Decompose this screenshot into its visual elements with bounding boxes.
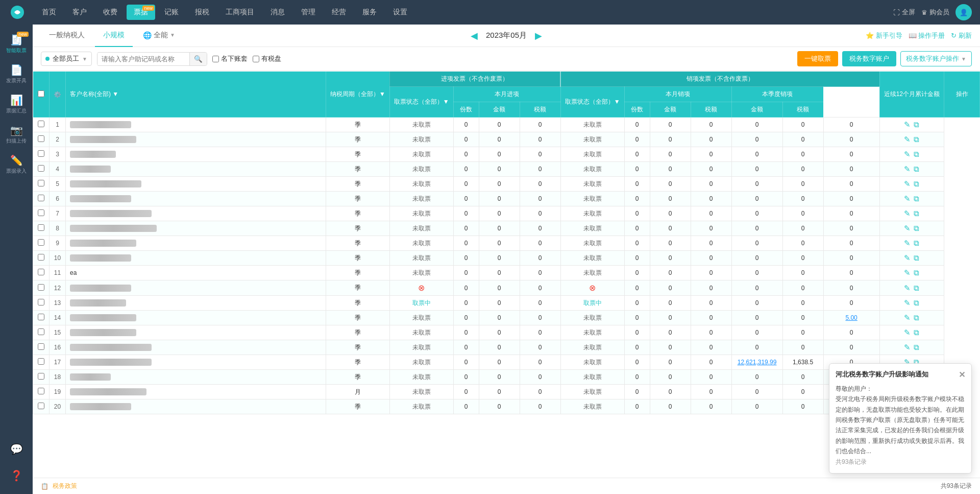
row-checkbox[interactable] [38,358,44,365]
prev-month-arrow[interactable]: ◀ [471,30,478,41]
edit-icon[interactable]: ✎ [904,298,911,308]
row-checkbox[interactable] [38,269,44,275]
manual-button[interactable]: 📖 操作手册 [909,31,945,40]
edit-icon[interactable]: ✎ [904,164,911,174]
sidebar-item-scan[interactable]: 📷 扫描上传 [2,120,31,148]
new-guide-button[interactable]: ⭐ 新手引导 [866,31,902,40]
row-checkbox[interactable] [38,150,44,157]
edit-icon[interactable]: ✎ [904,313,911,322]
staff-select-dropdown[interactable]: 全部员工 ▼ [41,52,92,66]
copy-icon[interactable]: ⧉ [914,179,919,189]
nav-operations[interactable]: 经营 [325,5,353,20]
copy-icon[interactable]: ⧉ [914,209,919,218]
row-checkbox[interactable] [38,314,44,320]
select-all-checkbox[interactable] [38,90,44,97]
row-checkbox[interactable] [38,121,44,127]
sub-account-checkbox-label[interactable]: 名下账套 [212,54,248,63]
edit-icon[interactable]: ✎ [904,209,911,218]
popup-close-button[interactable]: ✕ [959,370,965,380]
row-checkbox[interactable] [38,165,44,172]
row-checkbox[interactable] [38,239,44,246]
copy-icon[interactable]: ⧉ [914,135,919,144]
nav-fees[interactable]: 收费 [96,5,125,20]
nav-services[interactable]: 服务 [355,5,384,20]
edit-icon[interactable]: ✎ [904,253,911,263]
row-checkbox[interactable] [38,373,44,380]
sub-account-checkbox[interactable] [212,56,219,62]
row-checkbox[interactable] [38,403,44,409]
copy-icon[interactable]: ⧉ [914,298,919,308]
copy-icon[interactable]: ⧉ [914,328,919,337]
search-input[interactable] [97,53,189,65]
row-checkbox[interactable] [38,388,44,394]
search-button[interactable]: 🔍 [189,53,207,65]
copy-icon[interactable]: ⧉ [914,239,919,248]
th-out-amount: 金额 [650,102,691,117]
copy-icon[interactable]: ⧉ [914,284,919,293]
sidebar-chat[interactable]: 💬 [2,439,31,459]
fullscreen-button[interactable]: ⛶ 全屏 [893,8,915,17]
copy-icon[interactable]: ⧉ [914,268,919,277]
edit-icon[interactable]: ✎ [904,328,911,337]
copy-icon[interactable]: ⧉ [914,313,919,322]
edit-icon[interactable]: ✎ [904,120,911,129]
row-checkbox[interactable] [38,328,44,335]
nav-tickets[interactable]: 票据 new [127,5,155,20]
edit-icon[interactable]: ✎ [904,284,911,293]
sidebar-item-smart-ticket[interactable]: 🧾 智能取票 new [2,30,31,58]
copy-icon[interactable]: ⧉ [914,164,919,174]
sidebar-help[interactable]: ❓ [2,465,31,486]
row-checkbox[interactable] [38,195,44,201]
sidebar-item-entry[interactable]: ✏️ 票据录入 [2,150,31,178]
copy-icon[interactable]: ⧉ [914,253,919,263]
row-checkbox[interactable] [38,299,44,305]
copy-icon[interactable]: ⧉ [914,150,919,159]
tab-all-capable[interactable]: 🌐 全能 ▼ [135,25,183,47]
row-checkbox[interactable] [38,254,44,261]
tab-general-taxpayer[interactable]: 一般纳税人 [41,25,93,47]
refresh-button[interactable]: ↻ 刷新 [951,31,972,40]
settings-icon[interactable]: ⚙️ [54,91,61,98]
copy-icon[interactable]: ⧉ [914,194,919,203]
edit-icon[interactable]: ✎ [904,224,911,233]
nav-business[interactable]: 工商项目 [218,5,261,20]
nav-messages[interactable]: 消息 [263,5,292,20]
tax-digital-account-button[interactable]: 税务数字账户 [842,51,896,66]
nav-tax[interactable]: 报税 [188,5,216,20]
nav-clients[interactable]: 客户 [65,5,94,20]
row-checkbox[interactable] [38,224,44,231]
nav-bookkeeping[interactable]: 记账 [157,5,186,20]
vip-button[interactable]: ♛ 购会员 [921,8,949,17]
nav-settings[interactable]: 设置 [386,5,414,20]
tax-operations-button[interactable]: 税务数字账户操作 ▼ [900,51,972,66]
next-month-arrow[interactable]: ▶ [535,30,542,41]
tax-policy-link[interactable]: 税务政策 [53,482,77,490]
sidebar-item-invoice[interactable]: 📄 发票开具 [2,60,31,88]
cum-amount-link[interactable]: 5.00 [845,314,857,321]
edit-icon[interactable]: ✎ [904,343,911,352]
quarter-amount-link[interactable]: 12,621,319.99 [738,359,777,366]
user-avatar[interactable]: 👤 [955,4,972,20]
tab-small-scale[interactable]: 小规模 [95,25,133,47]
nav-home[interactable]: 首页 [35,5,63,20]
edit-icon[interactable]: ✎ [904,239,911,248]
edit-icon[interactable]: ✎ [904,135,911,144]
copy-icon[interactable]: ⧉ [914,343,919,352]
row-checkbox[interactable] [38,180,44,186]
row-checkbox[interactable] [38,284,44,291]
copy-icon[interactable]: ⧉ [914,120,919,129]
edit-icon[interactable]: ✎ [904,268,911,277]
copy-icon[interactable]: ⧉ [914,224,919,233]
one-click-ticket-button[interactable]: 一键取票 [797,51,838,66]
row-checkbox[interactable] [38,209,44,216]
nav-management[interactable]: 管理 [294,5,323,20]
edit-icon[interactable]: ✎ [904,150,911,159]
row-checkbox[interactable] [38,135,44,142]
tax-disk-checkbox-label[interactable]: 有税盘 [253,54,281,63]
tax-disk-checkbox[interactable] [253,56,259,62]
row-checkbox[interactable] [38,343,44,350]
edit-icon[interactable]: ✎ [904,194,911,203]
app-logo[interactable] [8,3,27,21]
sidebar-item-summary[interactable]: 📊 票据汇总 [2,90,31,118]
edit-icon[interactable]: ✎ [904,179,911,189]
